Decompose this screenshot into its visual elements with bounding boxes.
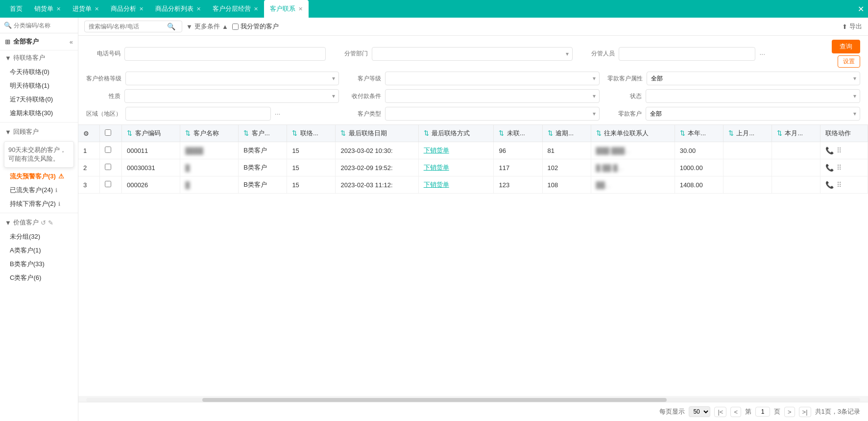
filter-customer-type-select[interactable] [385, 107, 600, 121]
filter-zero-attr-wrap: 全部 [647, 72, 860, 85]
tab-customer-contact-close[interactable]: ✕ [298, 6, 303, 12]
filter-dept-select-wrap [372, 47, 573, 61]
th-liaison[interactable]: ⇅ 往来单位联系人 [591, 125, 675, 142]
filter-manager-input[interactable] [619, 47, 755, 61]
last-page-button[interactable]: >| [799, 407, 811, 417]
search-icon[interactable]: 🔍 [167, 23, 175, 30]
sidebar-item-churned[interactable]: 已流失客户(24) ℹ [0, 183, 78, 197]
select-all-checkbox[interactable] [105, 129, 111, 136]
settings-button[interactable]: 设置 [838, 55, 860, 68]
sidebar-item-7days[interactable]: 近7天待联络(0) [0, 93, 78, 106]
search-input[interactable] [89, 23, 167, 30]
cell-name-0: ████ [180, 142, 239, 159]
filter-status-select[interactable] [646, 89, 860, 103]
cell-date-2: 2023-02-03 11:12: [336, 176, 418, 194]
method-link-2[interactable]: 下销货单 [424, 181, 449, 188]
action-more-icon-0[interactable]: ⠿ [837, 147, 842, 154]
sidebar-search-input[interactable] [14, 22, 74, 29]
tab-analysis-list[interactable]: 商品分析列表 ✕ [149, 0, 207, 18]
filter-manager-more[interactable]: ··· [759, 50, 765, 58]
sidebar-item-declining[interactable]: 持续下滑客户(2) ℹ [0, 197, 78, 211]
filter-level-select[interactable] [385, 72, 600, 85]
action-contact-icon-0[interactable]: 📞 [825, 147, 834, 154]
th-name[interactable]: ⇅ 客户名称 [180, 125, 239, 142]
action-more-icon-2[interactable]: ⠿ [837, 181, 842, 189]
settings-col-icon[interactable]: ⚙ [83, 130, 89, 137]
tab-home[interactable]: 首页 [4, 0, 28, 18]
tab-customer-segmentation[interactable]: 客户分层经营 ✕ [207, 0, 264, 18]
sidebar-all-customers[interactable]: ⊞ 全部客户 « [0, 33, 78, 50]
filter-payment-select[interactable] [385, 89, 600, 103]
scrollbar-thumb[interactable] [202, 398, 667, 402]
filter-region-input[interactable] [125, 107, 271, 121]
filter-zero-customer-select[interactable]: 全部 [646, 107, 860, 121]
sidebar-section-review[interactable]: ▼ 回顾客户 [0, 124, 78, 139]
tab-purchase[interactable]: 进货单 ✕ [67, 0, 105, 18]
section-value-refresh[interactable]: ↺ [41, 219, 46, 226]
sort-contact-icon: ⇅ [292, 129, 297, 137]
th-type[interactable]: ⇅ 客户... [239, 125, 287, 142]
page-number-input[interactable] [755, 407, 770, 417]
method-link-1[interactable]: 下销货单 [424, 164, 449, 171]
filter-price-grade-select[interactable] [125, 72, 339, 85]
tab-sales[interactable]: 销货单 ✕ [28, 0, 67, 18]
filter-zero-attr-label: 零款客户属性 [607, 74, 643, 83]
tab-sales-close[interactable]: ✕ [56, 6, 61, 12]
section-value-edit[interactable]: ✎ [48, 219, 53, 226]
action-contact-icon-2[interactable]: 📞 [825, 181, 834, 189]
sidebar-section-value[interactable]: ▼ 价值客户 ↺ ✎ [0, 215, 78, 230]
sidebar-item-a-class[interactable]: A类客户(1) [0, 244, 78, 257]
sidebar-item-c-class[interactable]: C类客户(6) [0, 271, 78, 285]
sidebar-collapse-button[interactable]: « [70, 38, 73, 46]
horizontal-scrollbar[interactable] [86, 398, 860, 402]
table-row: 3 000026 █ B类客户 15 2023-02-03 11:12: 下销货… [78, 176, 868, 194]
tab-customer-seg-close[interactable]: ✕ [254, 6, 258, 12]
th-code[interactable]: ⇅ 客户编码 [121, 125, 180, 142]
export-button[interactable]: ⬆ 导出 [842, 22, 862, 31]
cell-not-contacted-2: 123 [494, 176, 542, 194]
action-more-icon-1[interactable]: ⠿ [837, 164, 842, 172]
th-overdue[interactable]: ⇅ 逾期... [542, 125, 591, 142]
prev-page-button[interactable]: < [730, 407, 741, 417]
th-last-method[interactable]: ⇅ 最后联络方式 [418, 125, 494, 142]
filter-region-more[interactable]: ··· [275, 110, 281, 118]
sidebar-item-churn-warning[interactable]: 流失预警客户(3) ⚠ [0, 170, 78, 183]
th-this-year[interactable]: ⇅ 本年... [675, 125, 723, 142]
sidebar-item-overdue[interactable]: 逾期未联络(30) [0, 106, 78, 120]
window-close-button[interactable]: ✕ [858, 4, 864, 14]
sidebar-section-pending[interactable]: ▼ 待联络客户 [0, 50, 78, 65]
per-page-select[interactable]: 50 [689, 406, 710, 417]
th-last-date[interactable]: ⇅ 最后联络日期 [336, 125, 418, 142]
filter-zero-attr-select[interactable]: 全部 [647, 72, 860, 85]
tab-analysis-list-close[interactable]: ✕ [196, 6, 201, 12]
tab-analysis-close[interactable]: ✕ [139, 6, 144, 12]
row-checkbox-1[interactable] [105, 164, 111, 170]
sidebar-item-tomorrow[interactable]: 明天待联络(1) [0, 79, 78, 93]
first-page-button[interactable]: |< [714, 407, 726, 417]
th-contact[interactable]: ⇅ 联络... [287, 125, 336, 142]
filter-row-3: 性质 收付款条件 状态 [86, 89, 860, 103]
more-conditions-button[interactable]: ▼ 更多条件 ▲ [186, 22, 228, 31]
tab-analysis[interactable]: 商品分析 ✕ [105, 0, 149, 18]
tab-customer-contact[interactable]: 客户联系 ✕ [264, 0, 309, 18]
th-this-month[interactable]: ⇅ 本月... [772, 125, 820, 142]
cell-contact-0: 15 [287, 142, 336, 159]
cell-name-2: █ [180, 176, 239, 194]
th-not-contacted[interactable]: ⇅ 未联... [494, 125, 542, 142]
filter-phone-input[interactable] [124, 47, 326, 61]
action-contact-icon-1[interactable]: 📞 [825, 164, 834, 172]
sidebar-item-b-class[interactable]: B类客户(33) [0, 257, 78, 271]
method-link-0[interactable]: 下销货单 [424, 147, 449, 154]
sidebar-item-today[interactable]: 今天待联络(0) [0, 65, 78, 79]
row-checkbox-2[interactable] [105, 181, 111, 187]
filter-gender-select[interactable] [124, 89, 339, 103]
row-checkbox-0[interactable] [105, 147, 111, 153]
query-button[interactable]: 查询 [832, 40, 860, 53]
next-page-button[interactable]: > [784, 407, 795, 417]
my-customers-checkbox[interactable] [232, 24, 239, 30]
filter-dept-select[interactable] [372, 47, 573, 61]
th-action-label: 联络动作 [825, 129, 851, 137]
th-last-month[interactable]: ⇅ 上月... [723, 125, 772, 142]
tab-purchase-close[interactable]: ✕ [95, 6, 99, 12]
sidebar-item-ungrouped[interactable]: 未分组(32) [0, 230, 78, 244]
